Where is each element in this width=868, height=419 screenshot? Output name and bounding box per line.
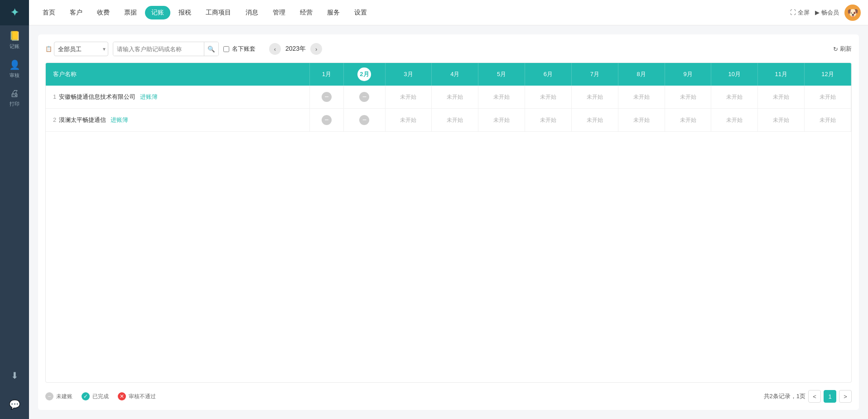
member-button[interactable]: ▶ 畅会员 <box>815 9 839 17</box>
month-cell-6: 未开始 <box>525 109 572 132</box>
next-page-button[interactable]: > <box>839 390 852 403</box>
chevron-right-icon: › <box>315 46 317 53</box>
my-accounts-checkbox[interactable] <box>223 46 229 52</box>
table-header-row: 客户名称 1月 2月 3月 4月 5月 6月 7月 8月 9月 10月 11月 <box>46 63 851 86</box>
entry-link[interactable]: 进账簿 <box>111 116 128 123</box>
month-cell-7: 未开始 <box>571 86 618 109</box>
month-cell-2: − <box>344 86 385 109</box>
month-cell-11: 未开始 <box>758 86 805 109</box>
nav-customer[interactable]: 客户 <box>63 6 89 19</box>
row-name-cell: 2漠澜太平畅捷通信进账簿 <box>46 109 309 132</box>
table-container: 客户名称 1月 2月 3月 4月 5月 6月 7月 8月 9月 10月 11月 <box>45 63 852 383</box>
main-card: 📋 全部员工 ▼ 🔍 名下账套 ‹ <box>38 34 859 410</box>
nav-invoice[interactable]: 票据 <box>118 6 143 19</box>
col-m7: 7月 <box>571 63 618 86</box>
fullscreen-label: 全屏 <box>798 9 810 17</box>
sidebar-item-print[interactable]: 🖨 打印 <box>0 83 29 112</box>
search-input[interactable] <box>113 42 204 56</box>
status-not-started: 未开始 <box>540 94 556 100</box>
nav-operation[interactable]: 经营 <box>294 6 319 19</box>
legend-completed-label: 已完成 <box>92 393 109 400</box>
legend-not-started: − 未建账 <box>45 392 72 400</box>
status-not-started: 未开始 <box>540 117 556 123</box>
chevron-left-icon: ‹ <box>274 46 276 53</box>
status-minus-icon: − <box>359 92 369 102</box>
status-not-started: 未开始 <box>493 117 510 123</box>
employee-badge-icon: 📋 <box>45 46 52 52</box>
nav-home[interactable]: 首页 <box>36 6 62 19</box>
fullscreen-icon: ⛶ <box>790 9 796 16</box>
col-m4: 4月 <box>432 63 478 86</box>
sidebar: ✦ 📒 记账 👤 审核 🖨 打印 ⬇ 💬 <box>0 0 29 419</box>
month-cell-8: 未开始 <box>618 109 665 132</box>
col-m5: 5月 <box>478 63 525 86</box>
member-label: 畅会员 <box>821 9 839 17</box>
month-cell-12: 未开始 <box>805 86 851 109</box>
status-not-started: 未开始 <box>633 94 650 100</box>
sidebar-item-label: 记账 <box>10 43 19 50</box>
month-cell-4: 未开始 <box>432 109 478 132</box>
status-minus-icon: − <box>322 92 332 102</box>
status-not-started: 未开始 <box>820 94 836 100</box>
nav-management[interactable]: 管理 <box>266 6 292 19</box>
month-cell-1: − <box>309 86 344 109</box>
sidebar-item-download[interactable]: ⬇ <box>0 361 29 390</box>
month-cell-3: 未开始 <box>385 86 432 109</box>
table-row: 2漠澜太平畅捷通信进账簿−−未开始未开始未开始未开始未开始未开始未开始未开始未开… <box>46 109 851 132</box>
prev-year-button[interactable]: ‹ <box>269 43 281 55</box>
legend-not-started-label: 未建账 <box>56 393 72 400</box>
month-cell-11: 未开始 <box>758 109 805 132</box>
fullscreen-button[interactable]: ⛶ 全屏 <box>790 9 810 17</box>
refresh-button[interactable]: ↻ 刷新 <box>833 45 852 53</box>
main-table: 客户名称 1月 2月 3月 4月 5月 6月 7月 8月 9月 10月 11月 <box>46 63 851 132</box>
current-page-button[interactable]: 1 <box>824 390 836 403</box>
col-m8: 8月 <box>618 63 665 86</box>
nav-service[interactable]: 服务 <box>321 6 346 19</box>
month-cell-2: − <box>344 109 385 132</box>
search-button[interactable]: 🔍 <box>204 42 218 56</box>
nav-settings[interactable]: 设置 <box>348 6 373 19</box>
play-icon: ▶ <box>815 9 820 16</box>
table-row: 1安徽畅捷通信息技术有限公司进账簿−−未开始未开始未开始未开始未开始未开始未开始… <box>46 86 851 109</box>
prev-page-button[interactable]: < <box>808 390 821 403</box>
status-not-started: 未开始 <box>493 94 510 100</box>
col-m12: 12月 <box>805 63 851 86</box>
nav-business[interactable]: 工商项目 <box>199 6 237 19</box>
col-m1: 1月 <box>309 63 344 86</box>
total-text: 共2条记录，1页 <box>764 392 805 400</box>
row-number: 1 <box>53 93 56 100</box>
status-not-started: 未开始 <box>400 94 416 100</box>
nav-bookkeeping[interactable]: 记账 <box>145 6 170 19</box>
status-not-started: 未开始 <box>726 117 743 123</box>
status-not-started: 未开始 <box>447 94 463 100</box>
my-accounts-checkbox-label[interactable]: 名下账套 <box>223 45 256 53</box>
nav-tax[interactable]: 报税 <box>172 6 198 19</box>
employee-select[interactable]: 全部员工 <box>54 42 108 56</box>
toolbar: 📋 全部员工 ▼ 🔍 名下账套 ‹ <box>45 42 852 56</box>
sidebar-item-bookkeeping[interactable]: 📒 记账 <box>0 25 29 54</box>
legend-rejected-label: 审核不通过 <box>129 393 156 400</box>
search-wrapper: 🔍 <box>113 42 219 56</box>
year-nav: ‹ 2023年 › <box>269 43 322 55</box>
col-m2: 2月 <box>344 63 385 86</box>
nav-message[interactable]: 消息 <box>239 6 265 19</box>
status-not-started: 未开始 <box>447 117 463 123</box>
month-cell-12: 未开始 <box>805 109 851 132</box>
status-not-started: 未开始 <box>587 94 603 100</box>
month-cell-3: 未开始 <box>385 109 432 132</box>
nav-billing[interactable]: 收费 <box>91 6 116 19</box>
legend-dot-teal: ✓ <box>82 392 90 400</box>
sidebar-item-label: 打印 <box>10 101 19 107</box>
support-icon: 💬 <box>9 399 20 410</box>
row-name-cell: 1安徽畅捷通信息技术有限公司进账簿 <box>46 86 309 109</box>
month-cell-7: 未开始 <box>571 109 618 132</box>
sidebar-item-audit[interactable]: 👤 审核 <box>0 54 29 83</box>
next-year-button[interactable]: › <box>310 43 322 55</box>
status-not-started: 未开始 <box>633 117 650 123</box>
sidebar-item-support[interactable]: 💬 <box>0 390 29 419</box>
entry-link[interactable]: 进账簿 <box>140 93 158 100</box>
pagination: 共2条记录，1页 < 1 > <box>764 390 852 403</box>
company-name: 漠澜太平畅捷通信 <box>59 116 106 123</box>
refresh-icon: ↻ <box>833 46 838 53</box>
avatar[interactable]: 🐶 <box>844 5 861 21</box>
